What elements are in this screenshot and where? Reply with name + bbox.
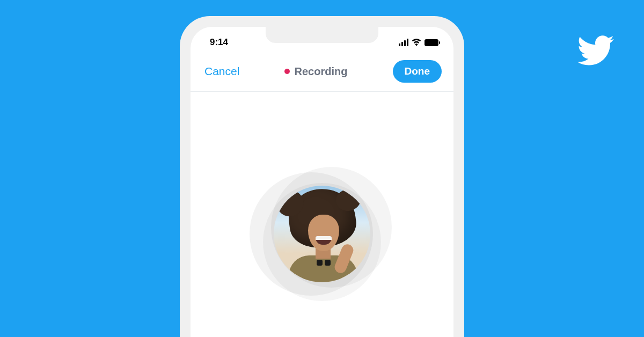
battery-icon (425, 39, 438, 46)
phone-notch (266, 27, 378, 43)
phone-frame: 9:14 Cancel Recording Done (180, 16, 464, 337)
status-time: 9:14 (210, 37, 228, 48)
phone-screen: 9:14 Cancel Recording Done (191, 27, 453, 337)
status-indicators (399, 39, 439, 46)
avatar-photo (274, 186, 370, 282)
recording-label: Recording (294, 65, 347, 78)
recording-content (191, 92, 453, 337)
twitter-logo-icon (576, 31, 614, 63)
cancel-button[interactable]: Cancel (204, 65, 239, 78)
recording-status: Recording (284, 65, 347, 78)
avatar-container (258, 170, 386, 298)
navigation-bar: Cancel Recording Done (191, 50, 453, 92)
cellular-signal-icon (399, 39, 409, 46)
user-avatar (274, 186, 370, 282)
wifi-icon (412, 39, 421, 46)
recording-dot-icon (284, 69, 290, 74)
done-button[interactable]: Done (393, 60, 442, 83)
